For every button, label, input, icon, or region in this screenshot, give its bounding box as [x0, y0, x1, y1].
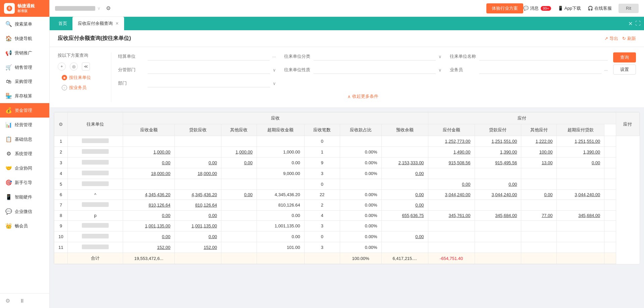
table-cell[interactable]: 0.00 — [123, 211, 175, 221]
table-cell[interactable]: 0.00 — [221, 190, 257, 200]
settlement-unit-input[interactable] — [148, 52, 270, 60]
filter-collapse-btn[interactable]: ∧ 收起更多条件 — [345, 91, 381, 102]
tab-close-icon[interactable]: ✕ — [115, 21, 119, 26]
table-cell[interactable]: 1,251,551.00 — [475, 136, 521, 147]
tab-expand-icon[interactable]: ⛶ — [635, 20, 641, 27]
table-cell[interactable]: 1,390.00 — [475, 147, 521, 158]
sidebar-item-enterprise-wechat[interactable]: 💬 企业微信 — [0, 204, 49, 219]
table-cell[interactable]: 1,390.00 — [557, 147, 604, 158]
sidebar-item-quick-nav[interactable]: 🏠 快捷导航 — [0, 31, 49, 46]
table-cell[interactable]: 3,044,240.00 — [557, 190, 604, 200]
sidebar-item-sales[interactable]: 🛒 销售管理 — [0, 60, 49, 75]
salesperson-dots[interactable]: ··· — [604, 68, 608, 73]
table-cell[interactable]: 152.00 — [175, 242, 221, 253]
table-cell[interactable]: 0.00 — [221, 158, 257, 168]
salesperson-input[interactable] — [479, 66, 601, 74]
tab-close-all-icon[interactable]: ✕ — [628, 20, 633, 27]
tab-home[interactable]: 首页 — [53, 17, 72, 30]
footer-settings-icon[interactable]: ⚙ — [5, 298, 10, 304]
filter-add-btn[interactable]: + — [58, 62, 66, 71]
table-cell[interactable]: 655,636.75 — [381, 211, 428, 221]
sidebar-item-purchase[interactable]: 🛍 采购管理 — [0, 75, 49, 89]
table-settings-icon[interactable]: ⚙ — [59, 122, 63, 127]
table-cell[interactable]: 0.00 — [123, 158, 175, 168]
message-section[interactable]: 💬 消息 99+ — [523, 5, 551, 11]
sidebar-item-finance[interactable]: 💰 资金管理 — [0, 103, 49, 118]
table-cell[interactable]: 0.00 — [381, 168, 428, 179]
table-cell[interactable]: 0.00 — [381, 231, 428, 242]
settlement-unit-dots[interactable]: ··· — [272, 54, 276, 59]
unit-nature-select[interactable] — [314, 66, 436, 74]
filter-nav-by-unit[interactable]: ◉ 按往来单位 — [58, 73, 107, 83]
table-cell[interactable]: 915,508.56 — [428, 158, 475, 168]
table-cell[interactable]: 2,153,333.00 — [381, 158, 428, 168]
table-cell[interactable]: 0.00 — [428, 179, 475, 190]
table-cell[interactable]: 1,252,773.00 — [428, 136, 475, 147]
sidebar-item-smart-hw[interactable]: 📱 智能硬件 — [0, 190, 49, 204]
table-cell[interactable]: 18,000.00 — [123, 168, 175, 179]
table-cell[interactable]: 0.00 — [123, 231, 175, 242]
table-cell[interactable]: 345,684.00 — [475, 211, 521, 221]
filter-settings-btn[interactable]: ◎ — [70, 62, 78, 71]
unit-name-input[interactable] — [479, 52, 608, 60]
table-cell-unit — [68, 158, 123, 168]
table-cell[interactable]: 1,000.00 — [221, 147, 257, 158]
sidebar-item-system[interactable]: ⚙ 系统管理 — [0, 146, 49, 161]
filter-nav-by-salesperson[interactable]: ○ 按业务员 — [58, 83, 107, 93]
table-cell[interactable]: 13.00 — [521, 158, 557, 168]
app-download-section[interactable]: 📱 App下载 — [558, 5, 581, 11]
sidebar-item-member[interactable]: 👑 畅会员 — [0, 219, 49, 233]
table-cell[interactable]: 77.00 — [521, 211, 557, 221]
table-cell[interactable]: 4,345,436.20 — [123, 190, 175, 200]
table-cell[interactable]: 3,044,240.00 — [475, 190, 521, 200]
table-cell[interactable]: 1,000.00 — [123, 147, 175, 158]
user-avatar[interactable]: Rit — [619, 4, 639, 13]
table-cell[interactable]: 345,761.00 — [428, 211, 475, 221]
unit-category-select[interactable] — [314, 52, 436, 60]
table-cell[interactable]: 0.00 — [475, 179, 521, 190]
table-cell[interactable]: 18,000.00 — [175, 168, 221, 179]
table-cell[interactable]: 0.00 — [521, 190, 557, 200]
table-cell[interactable]: 0.00 — [175, 231, 221, 242]
topbar-settings-icon[interactable]: ⚙ — [106, 5, 111, 11]
table-cell[interactable]: 0.00 — [557, 158, 604, 168]
sidebar-item-basic-info[interactable]: 📋 基础信息 — [0, 132, 49, 146]
table-cell[interactable]: 4,345,436.20 — [175, 190, 221, 200]
promo-button[interactable]: 体验行业方案 — [486, 3, 523, 13]
table-cell[interactable]: 0.00 — [381, 190, 428, 200]
sidebar-item-inventory[interactable]: 🏪 库存核算 — [0, 89, 49, 103]
sidebar-item-enterprise-collab[interactable]: 🤝 企业协同 — [0, 161, 49, 175]
table-cell[interactable]: 810,126.64 — [123, 200, 175, 211]
table-cell[interactable]: 152.00 — [123, 242, 175, 253]
tab-ar-query[interactable]: 应收应付余额查询 ✕ — [72, 17, 124, 30]
refresh-button[interactable]: ↻ 刷新 — [622, 36, 636, 42]
table-cell[interactable]: 345,684.00 — [557, 211, 604, 221]
table-row: 500.000.00 — [54, 179, 640, 190]
footer-ar-other — [221, 253, 257, 264]
sidebar-item-search-menu[interactable]: 🔍 搜索菜单 — [0, 17, 49, 31]
table-cell[interactable]: 0.00 — [175, 211, 221, 221]
table-cell[interactable]: 1,001,135.00 — [123, 221, 175, 231]
table-cell[interactable]: 810,126.64 — [175, 200, 221, 211]
query-button[interactable]: 查询 — [613, 52, 636, 62]
sidebar-item-new-guide[interactable]: 🎯 新手引导 — [0, 175, 49, 190]
th-settings[interactable]: ⚙ — [54, 113, 68, 136]
table-cell[interactable]: 1,251,551.00 — [557, 136, 604, 147]
table-cell[interactable]: 0.00 — [381, 200, 428, 211]
dept-manager-select[interactable] — [148, 66, 270, 74]
footer-collapse-icon[interactable]: ⏸ — [19, 298, 25, 304]
settings-button[interactable]: 设置 — [613, 64, 636, 75]
export-button[interactable]: ↗ 导出 — [604, 36, 618, 42]
table-cell[interactable]: 915,495.56 — [475, 158, 521, 168]
table-cell[interactable]: 0.00 — [175, 158, 221, 168]
online-service-section[interactable]: 🎧 在线客服 — [588, 5, 612, 11]
table-cell[interactable]: 1,001,135.00 — [175, 221, 221, 231]
department-select[interactable] — [148, 79, 270, 87]
filter-collapse-btn[interactable]: ≪ — [82, 62, 90, 71]
table-cell[interactable]: 100.00 — [521, 147, 557, 158]
table-cell[interactable]: 1,490.00 — [428, 147, 475, 158]
sidebar-item-operations[interactable]: 📊 经营管理 — [0, 118, 49, 132]
sidebar-item-marketing[interactable]: 📢 营销推广 — [0, 46, 49, 60]
table-cell[interactable]: 1,222.00 — [521, 136, 557, 147]
table-cell[interactable]: 3,044,240.00 — [428, 190, 475, 200]
